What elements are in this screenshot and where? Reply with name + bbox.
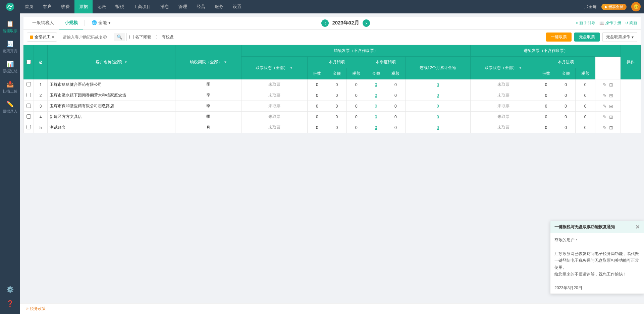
tax-policy-link[interactable]: ⊙ 税务政策 <box>25 306 46 312</box>
nav-account[interactable]: 记账 <box>93 0 111 13</box>
checkbox-tax-disk[interactable] <box>156 35 160 39</box>
smart-fetch-icon: 📋 <box>6 20 14 27</box>
row-checkbox-0[interactable] <box>26 82 31 86</box>
edit-icon-4[interactable]: ✎ <box>603 125 607 130</box>
sidebar-item-issue[interactable]: 🧾 发票开具 <box>0 37 20 57</box>
row-checkbox-1[interactable] <box>26 93 31 97</box>
th-sales-month-amount: 金额 <box>327 68 347 79</box>
th-month-sales: 本月销项 <box>307 57 366 68</box>
edit-icon-0[interactable]: ✎ <box>603 82 607 87</box>
row-input-month-shares-1: 0 <box>536 90 556 101</box>
row-sales-quarter-tax-3: 0 <box>386 112 406 122</box>
nav-tax[interactable]: 报税 <box>111 0 129 13</box>
edit-icon-3[interactable]: ✎ <box>603 114 607 120</box>
employee-select[interactable]: 全部员工 ▾ <box>27 33 57 42</box>
no-disk-fetch-btn[interactable]: 无盘取票 <box>574 33 600 42</box>
nav-manage[interactable]: 管理 <box>174 0 192 13</box>
sidebar-item-scan[interactable]: 📤 扫描上传 <box>0 77 20 97</box>
row-input-month-tax-4: 0 <box>576 122 595 133</box>
detail-icon-3[interactable]: ⊞ <box>609 114 613 120</box>
logo[interactable] <box>3 2 17 11</box>
row-input-month-tax-2: 0 <box>576 101 595 112</box>
row-name-2: 卫辉市保和堂医药有限公司志敬路店 <box>48 101 175 112</box>
notif-close-btn[interactable]: ✕ <box>635 224 640 230</box>
row-sales-cumulative-3: 0 <box>406 112 471 122</box>
filter-icon-period[interactable]: ▼ <box>224 60 227 64</box>
nav-settings[interactable]: 设置 <box>228 0 246 13</box>
filter-icon-sales-status[interactable]: ▼ <box>289 66 293 70</box>
row-input-status-4: 未取票 <box>470 122 536 133</box>
checkbox-accounts[interactable] <box>129 35 134 39</box>
row-sales-quarter-tax-2: 0 <box>386 101 406 112</box>
filter-icon-input-status[interactable]: ▼ <box>519 66 522 70</box>
toolbar: 全部员工 ▾ 🔍 名下账套 有税盘 一键取票 无盘取票 无盘取票操作 ▾ <box>23 29 641 45</box>
row-index-4: 5 <box>34 122 48 133</box>
chevron-down-icon: ▾ <box>108 20 111 25</box>
nav-home[interactable]: 首页 <box>20 0 38 13</box>
row-input-month-amount-0: 0 <box>556 79 576 90</box>
manual-btn[interactable]: 📖 操作手册 <box>599 20 621 26</box>
tab-all[interactable]: 🌐 全能 ▾ <box>86 17 116 29</box>
table-row: 2 卫辉市汲水镇下园闻香阁营木种植家庭农场 季 未取票 0 0 0 0 0 0 … <box>24 90 641 101</box>
row-input-month-amount-3: 0 <box>556 112 576 122</box>
checkbox-label-tax-disk[interactable]: 有税盘 <box>156 34 174 40</box>
notification-popup: 一键报税与无盘取票功能恢复通知 ✕ 尊敬的用户： 江苏政务网已恢复访问电子税务局… <box>550 221 644 294</box>
th-sales-month-tax: 税额 <box>346 68 366 79</box>
nav-invoice[interactable]: 票据 <box>74 0 93 13</box>
period-prev-btn[interactable]: ‹ <box>321 19 329 27</box>
row-checkbox-2[interactable] <box>26 104 31 108</box>
period-nav: ‹ 2023年02月 › <box>116 19 575 27</box>
period-next-btn[interactable]: › <box>363 19 370 27</box>
search-input[interactable] <box>60 34 114 41</box>
nav-fee[interactable]: 收费 <box>56 0 74 13</box>
row-sales-status-1: 未取票 <box>241 90 307 101</box>
edit-icon-2[interactable]: ✎ <box>603 104 607 109</box>
nav-message[interactable]: 消息 <box>156 0 174 13</box>
edit-icon-1[interactable]: ✎ <box>603 93 607 98</box>
select-all-checkbox[interactable] <box>26 60 31 64</box>
refresh-btn[interactable]: ↺ 刷新 <box>625 20 637 26</box>
sidebar-item-settings[interactable]: ⚙️ <box>6 282 14 297</box>
row-period-4: 月 <box>175 122 241 133</box>
row-checkbox-cell <box>24 79 34 90</box>
row-checkbox-3[interactable] <box>26 114 31 119</box>
detail-icon-4[interactable]: ⊞ <box>609 125 613 130</box>
gear-icon[interactable]: ⚙ <box>39 60 43 65</box>
th-cumulative: 连续12个月累计金额 <box>406 57 471 79</box>
sidebar-item-smart-fetch[interactable]: 📋 智能取票 <box>0 17 20 37</box>
filter-icon-client[interactable]: ▼ <box>124 60 127 64</box>
th-operation: 操作 <box>621 45 641 79</box>
sidebar-item-entry[interactable]: ✏️ 票据录入 <box>0 97 20 117</box>
th-sales-quarter-tax: 税额 <box>386 68 406 79</box>
row-sales-status-2: 未取票 <box>241 101 307 112</box>
checkbox-label-accounts[interactable]: 名下账套 <box>129 34 151 40</box>
sidebar-item-help[interactable]: ❓ <box>6 297 14 311</box>
nav-operation[interactable]: 经营 <box>192 0 210 13</box>
vip-button[interactable]: ▶ 畅享会员 <box>601 4 627 10</box>
sidebar-item-summary[interactable]: 📊 票据汇总 <box>0 57 20 77</box>
tab-small-scale[interactable]: 小规模 <box>59 17 83 29</box>
nav-client[interactable]: 客户 <box>38 0 56 13</box>
nav-business[interactable]: 工商项目 <box>129 0 156 13</box>
fullscreen-btn[interactable]: ⛶ 全屏 <box>584 4 597 10</box>
th-sales-group: 销项发票（不含作废票） <box>241 45 470 57</box>
row-checkbox-cell <box>24 122 34 133</box>
nav-service[interactable]: 服务 <box>210 0 228 13</box>
row-sales-quarter-amount-2: 0 <box>366 101 386 112</box>
table-row: 4 新建区方方文具店 季 未取票 0 0 0 0 0 0 未取票 0 0 0 ✎… <box>24 112 641 122</box>
table-row: 5 测试账套 月 未取票 0 0 0 0 0 0 未取票 0 0 0 ✎ ⊞ <box>24 122 641 133</box>
avatar[interactable]: 😊 <box>631 2 641 11</box>
detail-icon-2[interactable]: ⊞ <box>609 104 613 109</box>
th-setting[interactable]: ⚙ <box>34 45 48 79</box>
guide-btn[interactable]: ✦ 新手引导 <box>575 20 595 26</box>
row-checkbox-4[interactable] <box>26 125 31 129</box>
detail-icon-0[interactable]: ⊞ <box>609 82 613 87</box>
no-disk-ops-btn[interactable]: 无盘取票操作 ▾ <box>602 32 637 42</box>
detail-icon-1[interactable]: ⊞ <box>609 93 613 98</box>
row-sales-month-amount-4: 0 <box>327 122 347 133</box>
one-key-fetch-btn[interactable]: 一键取票 <box>546 33 572 42</box>
tab-general[interactable]: 一般纳税人 <box>27 17 59 29</box>
table-wrap: ⚙ 客户名称(全部) ▼ 纳税期限（全部） ▼ 销项发票（不含作废票） 进项发票… <box>23 45 641 133</box>
row-sales-month-tax-2: 0 <box>346 101 366 112</box>
search-button[interactable]: 🔍 <box>114 33 125 41</box>
